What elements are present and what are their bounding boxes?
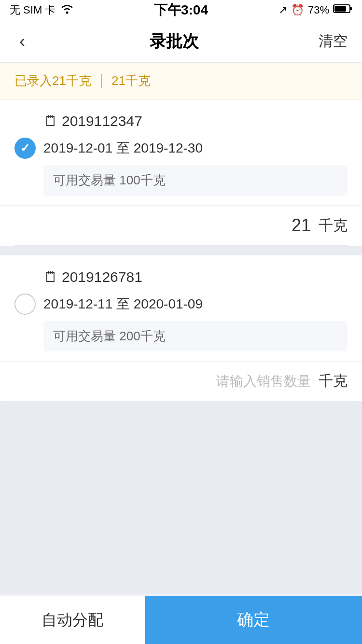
batch-2-date-row[interactable]: 2019-12-11 至 2020-01-09	[0, 290, 362, 318]
batch-1-avail: 可用交易量 100千克	[43, 165, 348, 196]
auto-distribute-button[interactable]: 自动分配	[0, 596, 145, 644]
section-divider	[0, 246, 362, 255]
status-left: 无 SIM 卡	[10, 3, 74, 17]
batch-item-1: 🗒 2019112347 ✓ 2019-12-01 至 2019-12-30 可…	[0, 99, 362, 246]
batch-2-header: 🗒 2019126781	[0, 255, 362, 290]
batch-1-date: 2019-12-01 至 2019-12-30	[43, 139, 203, 157]
location-icon: ↗	[278, 4, 287, 16]
bottom-bar: 自动分配 确定	[0, 596, 362, 644]
info-banner: 已录入21千克 21千克	[0, 63, 362, 99]
batch-id-icon-1: 🗒	[43, 113, 58, 129]
batch-1-qty-unit: 千克	[319, 216, 348, 236]
svg-rect-2	[334, 6, 346, 12]
batch-2-qty-unit: 千克	[319, 371, 348, 391]
check-icon-1: ✓	[20, 141, 30, 155]
batch-1-date-row[interactable]: ✓ 2019-12-01 至 2019-12-30	[0, 134, 362, 162]
sim-status: 无 SIM 卡	[10, 3, 56, 17]
wifi-icon	[60, 3, 74, 17]
batch-2-avail: 可用交易量 200千克	[43, 321, 348, 351]
batch-2-qty-placeholder: 请输入销售数量	[216, 372, 311, 391]
battery-icon	[333, 4, 352, 16]
nav-bar: ‹ 录批次 清空	[0, 20, 362, 63]
batch-2-date: 2019-12-11 至 2020-01-09	[43, 295, 203, 313]
total-amount: 21千克	[111, 72, 151, 89]
battery-percent: 73%	[308, 4, 329, 16]
back-button[interactable]: ‹	[14, 27, 30, 56]
bottom-spacer	[0, 401, 362, 594]
status-right: ↗ ⏰ 73%	[278, 4, 352, 16]
svg-point-0	[66, 12, 69, 14]
batch-2-id: 🗒 2019126781	[43, 269, 348, 285]
batch-1-radio[interactable]: ✓	[14, 138, 36, 159]
recorded-amount: 已录入21千克	[14, 72, 91, 89]
status-time: 下午3:04	[154, 1, 208, 19]
info-divider	[101, 74, 102, 88]
page-title: 录批次	[150, 30, 199, 53]
batch-item-2: 🗒 2019126781 2019-12-11 至 2020-01-09 可用交…	[0, 255, 362, 401]
batch-1-id: 🗒 2019112347	[43, 113, 348, 129]
batch-id-icon-2: 🗒	[43, 269, 58, 285]
batch-1-header: 🗒 2019112347	[0, 99, 362, 134]
batch-2-qty-row[interactable]: 请输入销售数量 千克	[0, 361, 362, 401]
batch-2-radio[interactable]	[14, 294, 36, 315]
confirm-button[interactable]: 确定	[145, 596, 362, 644]
alarm-icon: ⏰	[291, 4, 304, 16]
status-bar: 无 SIM 卡 下午3:04 ↗ ⏰ 73%	[0, 0, 362, 20]
clear-button[interactable]: 清空	[319, 31, 348, 51]
batch-1-qty-value: 21	[292, 215, 311, 236]
batch-1-qty-row: 21 千克	[0, 205, 362, 245]
svg-rect-3	[350, 7, 352, 10]
